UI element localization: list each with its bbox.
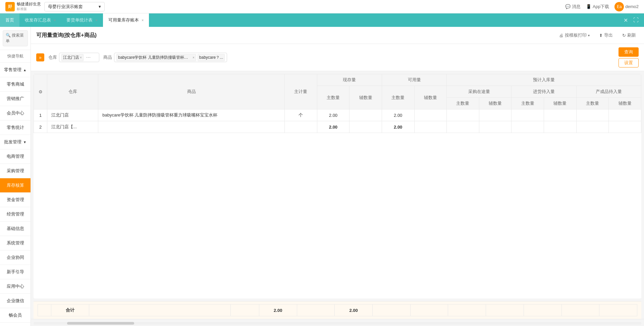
summary-purchase-aux [448,305,486,316]
row2-available-aux [414,121,447,133]
settings-button[interactable]: 设置 [619,58,639,67]
summary-row: 合计 2.00 2.00 [38,305,637,316]
search-menu-button[interactable]: 🔍 搜索菜单 [3,30,28,46]
sidebar-item-marketing[interactable]: 营销推广 [0,92,31,106]
sidebar-item-retail-mall[interactable]: 零售商城 [0,77,31,92]
print-button[interactable]: 🖨 按模板打印 ▾ [556,31,592,40]
finance-label: 资金管理 [7,197,24,203]
sidebar-item-ecommerce[interactable]: 电商管理 [0,149,31,164]
row2-purchase-aux [479,121,512,133]
summary-inbound-main [486,305,524,316]
sidebar-item-wholesale-mgmt[interactable]: 批发管理 ▼ [0,135,31,149]
tab-order-stats[interactable]: 要货单统计表 × [61,13,103,27]
table-footer: 合计 2.00 2.00 [34,301,641,319]
summary-inbound-aux [524,305,561,316]
message-icon: 💬 [565,4,571,9]
stock-aux-header: 辅数量 [350,86,382,109]
product-tag-close-icon[interactable]: × [193,56,195,59]
scrollbar-area[interactable] [31,319,644,326]
filter-toggle-button[interactable]: » [36,53,44,61]
stock-main-header: 主数量 [317,86,350,109]
app-icon: 📱 [586,4,591,9]
tab-home[interactable]: 首页 [0,13,19,27]
sidebar-search-area: 🔍 搜索菜单 [0,27,31,50]
income-expense-close-icon[interactable]: × [54,18,56,22]
app-download-button[interactable]: 📱 App下载 [586,4,609,10]
nav-expand-button[interactable]: ⛶ [632,16,640,25]
warehouse-tag: 江北门店 × [61,54,84,61]
sidebar-item-enterprise[interactable]: 企业协同 [0,250,31,265]
system-label: 系统管理 [7,240,24,246]
message-button[interactable]: 💬 消息 [565,4,581,10]
row1-purchase-aux [479,109,512,121]
sidebar-item-inventory[interactable]: 库存核算 [0,178,31,193]
row1-stock-main: 2.00 [317,109,350,121]
row1-inbound-main [512,109,544,121]
member-label: 会员中心 [7,110,24,116]
available-aux-header: 辅数量 [414,86,447,109]
export-label: 导出 [604,32,613,38]
tab-available-stock[interactable]: 可用量库存账本 × [103,13,149,27]
inbound-group-header: 进货待入量 [512,86,576,98]
data-table: ⚙ 仓库 商品 主计量 现存量 可用量 预计入库量 主数量 辅数量 主数量 辅数… [34,74,641,133]
warehouse-tag-close-icon[interactable]: × [80,56,82,59]
sidebar-item-retail-stats[interactable]: 零售统计 [0,121,31,135]
available-main-header: 主数量 [382,86,414,109]
nav-close-button[interactable]: ✕ [622,16,629,25]
row1-product: babycare学饮杯 儿童防摔防撞吸管杯重力球吸嘴杯宝宝水杯 [98,109,285,121]
inbound-main-header: 主数量 [512,98,544,109]
page-header: 可用量查询(按仓库+商品) 🖨 按模板打印 ▾ ⬆ 导出 ↻ 刷新 [31,27,644,44]
user-name: demo2 [625,4,639,9]
sidebar-item-purchase[interactable]: 采购管理 [0,164,31,178]
refresh-button[interactable]: ↻ 刷新 [620,31,639,40]
sidebar-item-finance[interactable]: 资金管理 [0,193,31,207]
product-tag: babycare学饮杯 儿童防摔防撞吸管杯重力球吸嘴杯宝宝水杯 × [116,54,196,61]
retail-mall-label: 零售商城 [7,81,24,87]
inventory-label: 库存核算 [7,182,24,188]
row2-production-aux [609,121,641,133]
wechat-label: 企业微信 [7,298,24,304]
query-button[interactable]: 查询 [619,47,639,57]
sidebar-item-basic-info[interactable]: 基础信息 [0,222,31,236]
org-selector[interactable]: 母婴行业演示账套 ▾ [44,2,105,11]
ecommerce-label: 电商管理 [7,153,24,159]
sidebar-item-vip-member[interactable]: 畅会员 [0,308,31,323]
enterprise-label: 企业协同 [7,254,24,261]
tab-income-expense[interactable]: 收发存汇总表 × [19,13,61,27]
main-layout: 🔍 搜索菜单 快捷导航 零售管理 ▲ 零售商城 营销推广 会员中心 零售统计 批… [0,27,644,326]
summary-production-aux [599,305,637,316]
horizontal-scrollbar[interactable] [34,322,641,325]
order-stats-close-icon[interactable]: × [95,18,97,22]
sidebar-item-retail-mgmt[interactable]: 零售管理 ▲ [0,63,31,77]
available-stock-label: 可用量库存账本 [108,17,139,23]
available-stock-close-icon[interactable]: × [142,18,144,22]
sidebar-item-system[interactable]: 系统管理 [0,236,31,250]
summary-stock-main: 2.00 [259,305,297,316]
sidebar-item-operations[interactable]: 经营管理 [0,207,31,222]
user-profile[interactable]: Ea demo2 [614,2,639,11]
purchase-group-header: 采购在途量 [447,86,512,98]
warehouse-filter-input[interactable]: 江北门店 × ··· [59,53,99,62]
sidebar-item-member[interactable]: 会员中心 [0,106,31,121]
content-area: 可用量查询(按仓库+商品) 🖨 按模板打印 ▾ ⬆ 导出 ↻ 刷新 [31,27,644,326]
sidebar: 🔍 搜索菜单 快捷导航 零售管理 ▲ 零售商城 营销推广 会员中心 零售统计 批… [0,27,31,326]
quick-nav-button[interactable]: 快捷导航 [0,50,31,63]
sidebar-item-wechat[interactable]: 企业微信 [0,294,31,308]
sidebar-item-new-guide[interactable]: 新手引导 [0,265,31,279]
warehouse-more-icon[interactable]: ··· [85,54,92,60]
warehouse-filter-label: 仓库 [48,54,57,60]
row1-stock-aux [350,109,382,121]
print-icon: 🖨 [559,33,564,38]
sidebar-item-app-center[interactable]: 应用中心 [0,279,31,294]
marketing-label: 营销推广 [7,96,24,102]
table-row: 2 江北门店【... 2.00 2.00 [34,121,641,133]
settings-col-header[interactable]: ⚙ [34,74,47,109]
app-download-label: App下载 [593,4,609,10]
table-area: ⚙ 仓库 商品 主计量 现存量 可用量 预计入库量 主数量 辅数量 主数量 辅数… [34,74,641,298]
home-tab-label: 首页 [5,17,14,23]
warehouse-col-header: 仓库 [47,74,98,109]
logo-icon: 好 [5,2,15,11]
scrollbar-thumb[interactable] [67,322,134,325]
product-filter-input[interactable]: babycare学饮杯 儿童防摔防撞吸管杯重力球吸嘴杯宝宝水杯 × babyca… [114,53,227,62]
export-button[interactable]: ⬆ 导出 [596,31,615,40]
